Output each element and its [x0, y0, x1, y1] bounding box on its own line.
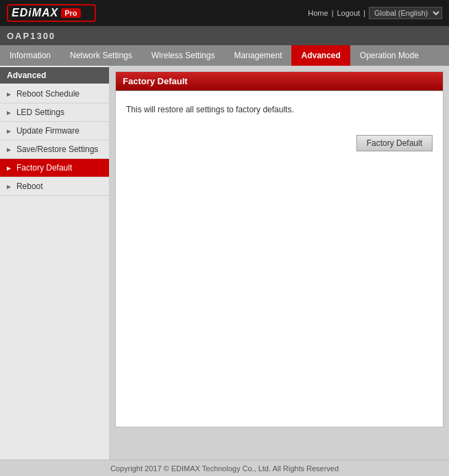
- language-select[interactable]: Global (English): [369, 7, 442, 19]
- sidebar-item-led-settings[interactable]: ► LED Settings: [0, 103, 109, 122]
- sidebar-label-reboot-schedule: Reboot Schedule: [16, 89, 80, 99]
- tab-wireless-settings[interactable]: Wireless Settings: [142, 45, 225, 66]
- copyright-text: Copyright 2017 © EDIMAX Technology Co., …: [110, 464, 339, 473]
- sidebar-label-led-settings: LED Settings: [16, 108, 64, 117]
- arrow-icon: ►: [5, 109, 12, 116]
- main-nav: Information Network Settings Wireless Se…: [0, 45, 449, 66]
- separator-1: |: [332, 9, 334, 17]
- sidebar-label-factory-default: Factory Default: [16, 163, 72, 173]
- arrow-icon: ►: [5, 164, 12, 172]
- sidebar-item-factory-default[interactable]: ► Factory Default: [0, 159, 109, 177]
- panel-box: Factory Default This will restore all se…: [115, 71, 444, 427]
- arrow-icon: ►: [5, 183, 12, 190]
- tab-management[interactable]: Management: [224, 45, 291, 66]
- content: Advanced ► Reboot Schedule ► LED Setting…: [0, 66, 449, 460]
- sidebar-item-update-firmware[interactable]: ► Update Firmware: [0, 122, 109, 140]
- factory-default-button[interactable]: Factory Default: [356, 135, 433, 151]
- header: EDiMAX Pro Home | Logout | Global (Engli…: [0, 0, 449, 26]
- sidebar-item-reboot-schedule[interactable]: ► Reboot Schedule: [0, 85, 109, 103]
- sidebar: Advanced ► Reboot Schedule ► LED Setting…: [0, 66, 110, 460]
- arrow-icon: ►: [5, 146, 12, 153]
- logo-text: EDiMAX: [12, 7, 58, 19]
- device-id: OAP1300: [7, 31, 56, 41]
- tab-network-settings[interactable]: Network Settings: [60, 45, 142, 66]
- sidebar-header: Advanced: [0, 67, 109, 84]
- tab-information[interactable]: Information: [0, 45, 60, 66]
- device-bar: OAP1300: [0, 26, 449, 45]
- sidebar-label-reboot: Reboot: [16, 181, 43, 191]
- panel-content: This will restore all settings to factor…: [116, 91, 443, 142]
- home-link[interactable]: Home: [308, 9, 328, 17]
- logo: EDiMAX Pro: [7, 4, 96, 22]
- logout-link[interactable]: Logout: [337, 9, 360, 17]
- sidebar-item-save-restore-settings[interactable]: ► Save/Restore Settings: [0, 140, 109, 159]
- logo-container: EDiMAX Pro: [7, 4, 96, 22]
- info-text: This will restore all settings to factor…: [126, 105, 433, 114]
- footer: Copyright 2017 © EDIMAX Technology Co., …: [0, 460, 449, 476]
- separator-2: |: [363, 9, 365, 17]
- tab-operation-mode[interactable]: Operation Mode: [350, 45, 428, 66]
- logo-pro-badge: Pro: [61, 8, 80, 18]
- sidebar-label-update-firmware: Update Firmware: [16, 126, 80, 136]
- tab-advanced[interactable]: Advanced: [291, 45, 350, 66]
- arrow-icon: ►: [5, 127, 12, 135]
- sidebar-item-reboot[interactable]: ► Reboot: [0, 177, 109, 196]
- header-nav: Home | Logout | Global (English): [308, 7, 442, 19]
- arrow-icon: ►: [5, 90, 12, 98]
- main-panel: Factory Default This will restore all se…: [110, 66, 449, 460]
- sidebar-label-save-restore-settings: Save/Restore Settings: [16, 145, 98, 154]
- panel-title: Factory Default: [116, 72, 443, 91]
